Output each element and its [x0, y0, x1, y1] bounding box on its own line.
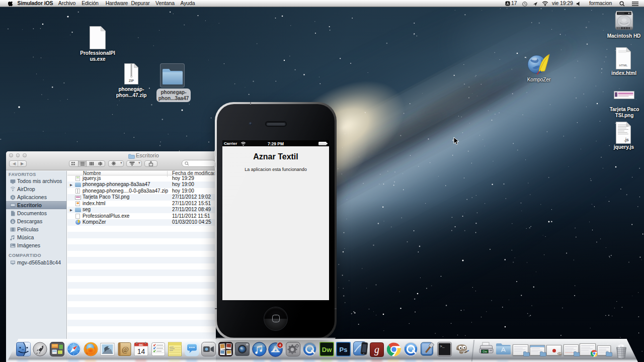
svg-text:DIC: DIC	[139, 343, 143, 346]
svg-text:>_: >_	[440, 344, 445, 348]
svg-text:.js: .js	[624, 137, 629, 142]
svg-text:14: 14	[137, 347, 145, 355]
svg-text:g: g	[374, 344, 379, 355]
svg-text:Ps: Ps	[340, 346, 348, 353]
svg-text:Cx●: Cx●	[482, 350, 487, 353]
svg-text:4: 4	[279, 343, 281, 347]
svg-text:Dw: Dw	[321, 346, 332, 353]
svg-text:ZIP: ZIP	[129, 79, 134, 82]
svg-text:HTML: HTML	[619, 63, 627, 67]
svg-text:A: A	[12, 196, 14, 199]
svg-text:@: @	[122, 345, 129, 353]
